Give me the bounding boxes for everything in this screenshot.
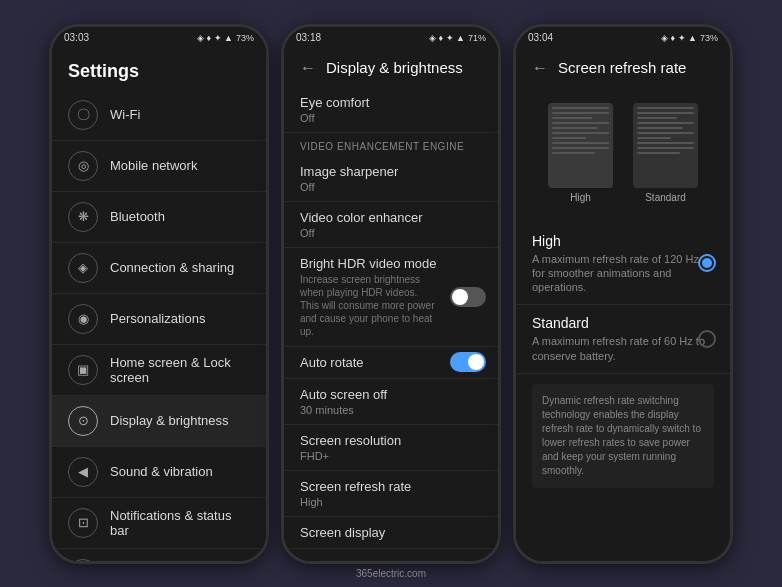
- phone2-time: 03:18: [296, 32, 321, 43]
- high-option-title: High: [532, 233, 714, 249]
- mobile-icon: ◎: [68, 151, 98, 181]
- preview-line: [637, 147, 694, 149]
- phone3-header: Screen refresh rate: [558, 59, 686, 76]
- bright-hdr-toggle[interactable]: [450, 287, 486, 307]
- toggle-knob-on: [468, 354, 484, 370]
- phone3-screen: ← Screen refresh rate: [516, 49, 730, 561]
- preview-standard[interactable]: Standard: [633, 103, 698, 207]
- menu-auto-screen-off[interactable]: Auto screen off 30 minutes: [284, 379, 498, 425]
- bright-hdr-toggle-switch[interactable]: [450, 287, 486, 307]
- radio-dot: [702, 258, 712, 268]
- menu-bright-hdr[interactable]: Bright HDR video mode Increase screen br…: [284, 248, 498, 347]
- high-radio[interactable]: [698, 254, 716, 272]
- password-icon: ⊗: [68, 559, 98, 561]
- image-sharpener-title: Image sharpener: [300, 164, 482, 179]
- main-container: 03:03 ◈ ♦ ✦ ▲ 73% Settings 〇 Wi-Fi ◎ Mob…: [0, 0, 782, 587]
- preview-line: [552, 107, 609, 109]
- screen-refresh-sub: High: [300, 496, 482, 508]
- screen-resolution-title: Screen resolution: [300, 433, 482, 448]
- mobile-label: Mobile network: [110, 158, 197, 173]
- phone3-status-bar: 03:04 ◈ ♦ ✦ ▲ 73%: [516, 27, 730, 49]
- settings-item-homescreen[interactable]: ▣ Home screen & Lock screen: [52, 345, 266, 396]
- preview-line: [637, 117, 677, 119]
- display-icon: ⊙: [68, 406, 98, 436]
- preview-line: [552, 117, 592, 119]
- preview-high-lines: [548, 103, 613, 188]
- preview-line: [552, 147, 609, 149]
- bright-hdr-title: Bright HDR video mode: [300, 256, 438, 271]
- preview-line: [637, 112, 694, 114]
- preview-high-box: [548, 103, 613, 188]
- menu-screen-display[interactable]: Screen display: [284, 517, 498, 549]
- phone3-nav-header: ← Screen refresh rate: [516, 49, 730, 87]
- refresh-option-high[interactable]: High A maximum refresh rate of 120 Hz fo…: [516, 223, 730, 306]
- homescreen-icon: ▣: [68, 355, 98, 385]
- settings-item-notifications[interactable]: ⊡ Notifications & status bar: [52, 498, 266, 549]
- refresh-info-text: Dynamic refresh rate switching technolog…: [542, 394, 704, 478]
- high-option-desc: A maximum refresh rate of 120 Hz for smo…: [532, 252, 714, 295]
- menu-screen-resolution[interactable]: Screen resolution FHD+: [284, 425, 498, 471]
- wifi-icon: 〇: [68, 100, 98, 130]
- standard-option-title: Standard: [532, 315, 714, 331]
- video-color-title: Video color enhancer: [300, 210, 482, 225]
- phone1-header: Settings: [52, 49, 266, 90]
- settings-item-wifi[interactable]: 〇 Wi-Fi: [52, 90, 266, 141]
- bright-hdr-desc: Increase screen brightness when playing …: [300, 273, 438, 338]
- menu-video-color[interactable]: Video color enhancer Off: [284, 202, 498, 248]
- phone2-status-icons: ◈ ♦ ✦ ▲ 71%: [429, 33, 486, 43]
- preview-line: [552, 112, 609, 114]
- bluetooth-icon: ❋: [68, 202, 98, 232]
- eye-comfort-title: Eye comfort: [300, 95, 482, 110]
- preview-high[interactable]: High: [548, 103, 613, 207]
- menu-eye-comfort[interactable]: Eye comfort Off: [284, 87, 498, 133]
- watermark: 365electric.com: [0, 568, 782, 579]
- auto-screen-off-title: Auto screen off: [300, 387, 482, 402]
- notifications-icon: ⊡: [68, 508, 98, 538]
- image-sharpener-sub: Off: [300, 181, 482, 193]
- display-label: Display & brightness: [110, 413, 229, 428]
- personalization-icon: ◉: [68, 304, 98, 334]
- refresh-option-standard[interactable]: Standard A maximum refresh rate of 60 Hz…: [516, 305, 730, 374]
- auto-rotate-toggle-switch[interactable]: [450, 352, 486, 372]
- settings-item-sound[interactable]: ◀ Sound & vibration: [52, 447, 266, 498]
- phone1-frame: 03:03 ◈ ♦ ✦ ▲ 73% Settings 〇 Wi-Fi ◎ Mob…: [49, 24, 269, 564]
- preview-high-label: High: [566, 188, 595, 207]
- connection-icon: ◈: [68, 253, 98, 283]
- video-section-label: VIDEO ENHANCEMENT ENGINE: [284, 133, 498, 156]
- standard-option-desc: A maximum refresh rate of 60 Hz to conse…: [532, 334, 714, 363]
- preview-standard-box: [633, 103, 698, 188]
- preview-line: [637, 132, 694, 134]
- phone1-screen: Settings 〇 Wi-Fi ◎ Mobile network ❋ Blue…: [52, 49, 266, 561]
- phone3-back-button[interactable]: ←: [532, 59, 548, 77]
- menu-image-sharpener[interactable]: Image sharpener Off: [284, 156, 498, 202]
- preview-standard-lines: [633, 103, 698, 188]
- settings-item-mobile[interactable]: ◎ Mobile network: [52, 141, 266, 192]
- phone2-frame: 03:18 ◈ ♦ ✦ ▲ 71% ← Display & brightness…: [281, 24, 501, 564]
- wifi-label: Wi-Fi: [110, 107, 140, 122]
- preview-line: [637, 127, 683, 129]
- phone2-back-button[interactable]: ←: [300, 59, 316, 77]
- menu-screen-refresh[interactable]: Screen refresh rate High ←: [284, 471, 498, 517]
- auto-rotate-toggle[interactable]: [450, 352, 486, 372]
- bluetooth-label: Bluetooth: [110, 209, 165, 224]
- phone2-status-bar: 03:18 ◈ ♦ ✦ ▲ 71%: [284, 27, 498, 49]
- standard-radio[interactable]: [698, 330, 716, 348]
- preview-line: [637, 137, 671, 139]
- preview-standard-label: Standard: [641, 188, 690, 207]
- screen-refresh-title: Screen refresh rate: [300, 479, 482, 494]
- settings-item-bluetooth[interactable]: ❋ Bluetooth: [52, 192, 266, 243]
- settings-item-display[interactable]: ⊙ Display & brightness ←: [52, 396, 266, 447]
- phone3-frame: 03:04 ◈ ♦ ✦ ▲ 73% ← Screen refresh rate: [513, 24, 733, 564]
- phone3-status-icons: ◈ ♦ ✦ ▲ 73%: [661, 33, 718, 43]
- settings-item-connection[interactable]: ◈ Connection & sharing: [52, 243, 266, 294]
- preview-line: [552, 132, 609, 134]
- notifications-label: Notifications & status bar: [110, 508, 250, 538]
- phone1-time: 03:03: [64, 32, 89, 43]
- menu-auto-rotate[interactable]: Auto rotate: [284, 347, 498, 379]
- preview-line: [552, 122, 609, 124]
- refresh-info-box: Dynamic refresh rate switching technolog…: [532, 384, 714, 488]
- phone2-header: Display & brightness: [326, 59, 463, 76]
- settings-item-password[interactable]: ⊗ Password & security: [52, 549, 266, 561]
- preview-line: [552, 137, 586, 139]
- settings-item-personalization[interactable]: ◉ Personalizations: [52, 294, 266, 345]
